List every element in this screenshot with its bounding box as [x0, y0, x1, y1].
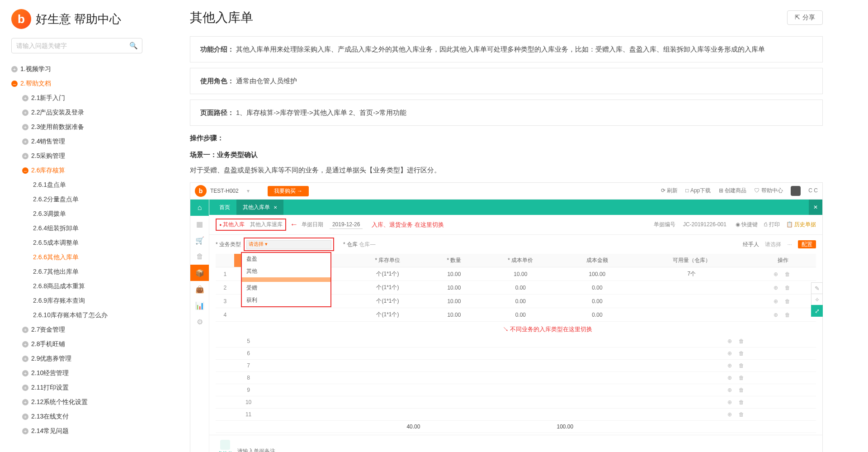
module-icon: 👜 [190, 281, 209, 297]
scene1-heading: 场景一：业务类型确认 [190, 151, 823, 159]
dropdown-option: 受赠 [242, 282, 330, 294]
mock-toolbar: 其他入库 其他入库退库 ← 单据日期 2019-12-26 入库、退货业务 在这… [209, 215, 822, 235]
tool-icon: ✎ [811, 282, 823, 294]
brand-logo-icon: b [11, 9, 31, 29]
table-header: * 库存单位 [347, 254, 429, 267]
table-header: * 成本单价 [480, 254, 561, 267]
share-button[interactable]: ⇱分享 [787, 10, 823, 25]
nav-2-9[interactable]: +2.9优惠券管理 [22, 351, 142, 366]
doc-id: 单据编号 JC-20191226-001 [647, 221, 726, 228]
dropdown-option: 盘盈 [242, 253, 330, 265]
nav-2-6-9[interactable]: 2.6.9库存账本查询 [33, 293, 142, 308]
nav-2-4[interactable]: +2.4销售管理 [22, 134, 142, 148]
mock-top-links: ⟳ 刷新 □ App下载 ⊞ 创建商品 ♡ 帮助中心 C C [655, 186, 818, 196]
mock-tabs: 首页 其他入库单✕ ✕ [209, 200, 822, 215]
share-icon: ⇱ [795, 14, 800, 21]
brand-title: 好生意 帮助中心 [36, 11, 121, 27]
nav-2-6-10[interactable]: 2.6.10库存账本错了怎么办 [33, 308, 142, 322]
remark-input [235, 445, 816, 452]
close-icon: ✕ [809, 200, 822, 215]
search-input[interactable] [11, 38, 142, 53]
nav-2-6-7[interactable]: 2.6.7其他出库单 [33, 264, 142, 279]
nav-2-6-2[interactable]: 2.6.2分量盘点单 [33, 192, 142, 206]
config-badge: 配置 [798, 240, 816, 248]
dropdown-option: 获利 [242, 294, 330, 306]
nav-2-6-3[interactable]: 2.6.3调拨单 [33, 206, 142, 221]
tab-current: 其他入库单✕ [236, 200, 283, 215]
biz-type-dropdown: 请选择 ▾ [244, 238, 334, 251]
handler-value: 请选择 [765, 241, 781, 247]
mock-help: ♡ 帮助中心 [754, 187, 783, 194]
nav-2-10[interactable]: +2.10经营管理 [22, 366, 142, 380]
table-row: 7⊕ 🗑 [216, 360, 816, 372]
handler-label: 经手人 [743, 241, 759, 247]
tool-icon: ✧ [811, 294, 823, 305]
table-row: 11⊕ 🗑 [216, 409, 816, 421]
search-icon[interactable]: 🔍 [129, 42, 138, 50]
mock-refresh: ⟳ 刷新 [661, 187, 678, 194]
nav-2-1[interactable]: +2.1新手入门 [22, 90, 142, 105]
nav-2-8[interactable]: +2.8手机旺铺 [22, 337, 142, 351]
nav-2-3[interactable]: +2.3使用前数据准备 [22, 119, 142, 134]
nav-2-5[interactable]: +2.5采购管理 [22, 148, 142, 163]
table-header [216, 254, 234, 267]
home-icon: ⌂ [190, 200, 209, 216]
nav-2-6-5[interactable]: 2.6.5成本调整单 [33, 235, 142, 250]
table-row: 8⊕ 🗑 [216, 372, 816, 384]
dropdown-option: 其他 [242, 265, 330, 277]
mock-print: ⎙ 打印 [764, 221, 779, 228]
scene1-text: 对于受赠、盘盈或是拆装入库等不同的业务，是通过单据头【业务类型】进行区分。 [190, 164, 823, 176]
tool-icon: ⤢ [811, 305, 823, 317]
annotation-below: 不同业务的入库类型在这里切换 [216, 322, 816, 335]
mock-table-empty: 5⊕ 🗑6⊕ 🗑7⊕ 🗑8⊕ 🗑9⊕ 🗑10⊕ 🗑11⊕ 🗑 40.00100.… [216, 335, 816, 433]
table-row: 5⊕ 🗑 [216, 335, 816, 347]
mock-user: C C [808, 187, 818, 194]
annotation-top: 入库、退货业务 在这里切换 [372, 221, 444, 229]
module-icon: 🗑 [190, 248, 209, 265]
nav-2-13[interactable]: +2.13在线支付 [22, 409, 142, 423]
radio-return: 其他入库退库 [250, 221, 283, 228]
table-header: 操作 [750, 254, 816, 267]
dropdown-option [242, 277, 330, 282]
nav-2-6-1[interactable]: 2.6.1盘点单 [33, 177, 142, 192]
nav-docs[interactable]: –2.帮助文档 +2.1新手入门 +2.2产品安装及登录 +2.3使用前数据准备… [11, 76, 142, 438]
nav-tree: +1.视频学习 –2.帮助文档 +2.1新手入门 +2.2产品安装及登录 +2.… [11, 62, 142, 438]
nav-2-6[interactable]: –2.6库存核算 2.6.1盘点单 2.6.2分量盘点单 2.6.3调拨单 2.… [22, 163, 142, 322]
mock-trial-pill: 我要购买 → [268, 186, 309, 196]
module-icon: ⚙ [190, 314, 209, 330]
mock-remark: 备注信息 [209, 435, 822, 452]
nav-2-7[interactable]: +2.7资金管理 [22, 322, 142, 337]
table-row: 9⊕ 🗑 [216, 384, 816, 396]
avatar-icon [791, 186, 801, 196]
mock-shortcut: ◉ 快捷键 [736, 221, 758, 228]
nav-2-6-8[interactable]: 2.6.8商品成本重算 [33, 279, 142, 293]
close-icon: ✕ [274, 205, 277, 210]
nav-2-11[interactable]: +2.11打印设置 [22, 380, 142, 395]
table-header: * 数量 [429, 254, 480, 267]
main-content: 其他入库单 ⇱分享 功能介绍：其他入库单用来处理除采购入库、产成品入库之外的其他… [154, 0, 841, 452]
role-box: 使用角色：通常由仓管人员维护 [190, 68, 823, 94]
path-box: 页面路径：1、库存核算->库存管理->其他入库单 2、首页->常用功能 [190, 100, 823, 126]
sidebar: b 好生意 帮助中心 🔍 +1.视频学习 –2.帮助文档 +2.1新手入门 +2… [0, 0, 154, 452]
module-icon: 📊 [190, 297, 209, 314]
nav-2-6-6[interactable]: 2.6.6其他入库单 [33, 250, 142, 264]
intro-box: 功能介绍：其他入库单用来处理除采购入库、产成品入库之外的其他入库业务，因此其他入… [190, 36, 823, 62]
table-row: 6⊕ 🗑 [216, 347, 816, 360]
tab-home: 首页 [213, 200, 236, 215]
mock-topbar: b TEST-H002 ▾ 我要购买 → ⟳ 刷新 □ App下载 ⊞ 创建商品… [190, 183, 822, 200]
brand: b 好生意 帮助中心 [11, 9, 142, 29]
nav-2-2[interactable]: +2.2产品安装及登录 [22, 105, 142, 119]
mock-app-screenshot: b TEST-H002 ▾ 我要购买 → ⟳ 刷新 □ App下载 ⊞ 创建商品… [190, 182, 823, 452]
steps-heading: 操作步骤： [190, 134, 823, 143]
arrow-icon: ← [290, 220, 298, 229]
table-header: 成本金额 [561, 254, 633, 267]
nav-video[interactable]: +1.视频学习 [11, 62, 142, 76]
mock-left-rail: ⌂ ▦ 🛒 🗑 📦 👜 📊 ⚙ [190, 200, 209, 452]
nav-2-6-4[interactable]: 2.6.4组装拆卸单 [33, 221, 142, 235]
nav-2-12[interactable]: +2.12系统个性化设置 [22, 395, 142, 409]
remark-icon: 备注信息 [216, 440, 235, 452]
mock-app-dl: □ App下载 [685, 187, 711, 194]
module-icon: 📦 [190, 265, 209, 281]
nav-2-14[interactable]: +2.14常见问题 [22, 423, 142, 438]
mock-history: 📋 历史单据 [786, 221, 816, 228]
